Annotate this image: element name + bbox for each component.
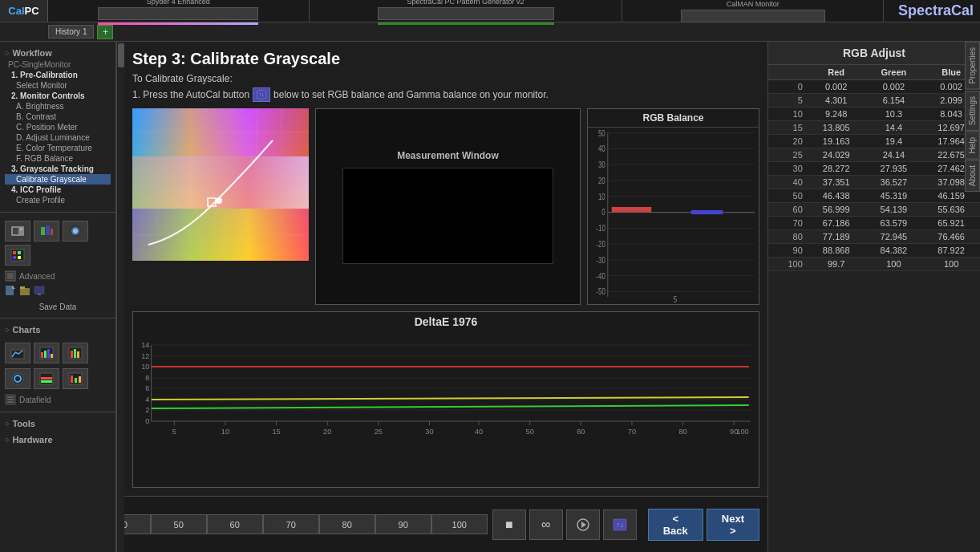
svg-rect-13 — [18, 256, 21, 259]
svg-rect-12 — [13, 256, 16, 259]
history-tab[interactable]: History 1 — [48, 25, 94, 39]
svg-line-106 — [152, 397, 749, 400]
sidebar-item-create-profile[interactable]: Create Profile — [5, 195, 111, 205]
sidebar-item-luminance[interactable]: D. Adjust Luminance — [5, 132, 111, 143]
rgb-row-blue: 87.922 — [922, 244, 980, 258]
sidebar-item-pre-cal[interactable]: 1. Pre-Calibration — [5, 70, 111, 80]
deltae-title: DeltaE 1976 — [133, 312, 759, 331]
save-data-label[interactable]: Save Data — [0, 299, 115, 315]
rgb-row-label: 60 — [768, 203, 808, 217]
side-tab-settings[interactable]: Settings — [965, 91, 980, 131]
svg-rect-18 — [20, 288, 30, 295]
app-logo: CalPC — [0, 0, 48, 22]
content-area: Step 3: Calibrate Grayscale To Calibrate… — [124, 42, 767, 552]
calman-input[interactable] — [681, 10, 825, 22]
grayscale-step-40[interactable]: 40 — [124, 514, 151, 534]
spyder-input[interactable] — [98, 7, 258, 20]
svg-text:10: 10 — [141, 363, 149, 371]
sidebar-item-contrast[interactable]: B. Contrast — [5, 112, 111, 122]
rgb-row-blue: 55.636 — [922, 203, 980, 217]
sidebar-item-calibrate-grayscale[interactable]: Calibrate Grayscale — [5, 174, 111, 185]
sidebar-chart-icon-5[interactable] — [34, 368, 59, 389]
scroll-thumb[interactable] — [118, 43, 124, 67]
sidebar-chart-icon-3[interactable] — [63, 343, 88, 363]
sidebar-item-color-temp[interactable]: E. Color Temperature — [5, 143, 111, 153]
grayscale-step-50[interactable]: 50 — [151, 514, 207, 534]
sidebar-icon-3[interactable] — [5, 245, 30, 266]
side-tab-properties[interactable]: Properties — [965, 42, 980, 90]
datafield-icon — [5, 394, 16, 405]
rgb-row-green: 19.4 — [865, 135, 923, 148]
loop-button[interactable]: ∞ — [529, 509, 563, 540]
grayscale-step-100[interactable]: 100 — [431, 514, 488, 534]
rgb-table-row: 100 99.7 100 100 — [768, 258, 980, 271]
rgb-balance-title: RGB Balance — [588, 109, 759, 128]
grayscale-step-60[interactable]: 60 — [207, 514, 263, 534]
rgb-table-row: 5 4.301 6.154 2.099 — [768, 94, 980, 108]
rgb-row-blue: 65.921 — [922, 217, 980, 230]
sidebar-chart-icon-4[interactable] — [5, 368, 30, 389]
svg-rect-24 — [41, 352, 43, 358]
play-icon — [577, 518, 589, 531]
pattern-gen-input[interactable] — [378, 7, 554, 20]
svg-text:-20: -20 — [596, 240, 605, 249]
svg-text:40: 40 — [475, 428, 483, 436]
sidebar-chart-icon-1[interactable] — [5, 343, 30, 363]
sidebar-item-brightness[interactable]: A. Brightness — [5, 101, 111, 112]
svg-text:100: 100 — [736, 428, 748, 436]
sidebar-icon-2[interactable] — [63, 221, 88, 242]
grayscale-step-70[interactable]: 70 — [263, 514, 319, 534]
history-add-button[interactable]: + — [97, 25, 113, 39]
rgb-row-label: 80 — [768, 230, 808, 244]
sidebar-item-monitor-controls[interactable]: 2. Monitor Controls — [5, 91, 111, 101]
sidebar-chart-icon-2[interactable] — [34, 343, 59, 363]
rgb-row-label: 10 — [768, 108, 808, 121]
rgb-table-row: 10 9.248 10.3 8.043 — [768, 108, 980, 121]
rgb-row-blue: 76.466 — [922, 230, 980, 244]
grayscale-step-90[interactable]: 90 — [375, 514, 431, 534]
sidebar-item-grayscale-tracking[interactable]: 3. Grayscale Tracking — [5, 164, 111, 174]
rgb-table-row: 20 19.163 19.4 17.964 — [768, 135, 980, 148]
svg-rect-38 — [71, 375, 73, 383]
sidebar-chart-icons — [0, 338, 115, 368]
grayscale-step-80[interactable]: 80 — [319, 514, 375, 534]
svg-text:50: 50 — [526, 428, 534, 436]
rgb-balance-svg: 50 40 30 20 10 0 -10 -20 -30 -40 -50 — [588, 128, 759, 303]
side-tab-help[interactable]: Help — [965, 132, 980, 160]
sidebar-item-select-monitor[interactable]: Select Monitor — [5, 80, 111, 91]
sidebar-scrollbar[interactable] — [116, 42, 124, 552]
rgb-row-red: 28.272 — [808, 162, 865, 176]
stop-button[interactable]: ■ — [492, 509, 526, 540]
sidebar-icon-1[interactable] — [34, 221, 59, 242]
measurement-window: Measurement Window — [315, 108, 581, 305]
play-button[interactable] — [566, 509, 600, 540]
sidebar-chart-icons-2 — [0, 368, 115, 394]
rgb-row-green: 63.579 — [865, 217, 923, 230]
sidebar-icons — [0, 216, 115, 270]
rgb-table-row: 40 37.351 36.527 37.098 — [768, 176, 980, 189]
side-tab-about[interactable]: About — [965, 160, 980, 192]
sidebar-item-rgb-balance[interactable]: F. RGB Balance — [5, 153, 111, 164]
svg-rect-11 — [18, 251, 21, 254]
back-button[interactable]: < Back — [648, 509, 703, 541]
monitor-icon — [34, 285, 45, 296]
sidebar-chart-icon-6[interactable] — [63, 368, 88, 389]
rgb-row-label: 25 — [768, 148, 808, 162]
rgb-adjust-table: Red Green Blue 0 0.002 0.002 0.002 5 4.3… — [768, 65, 980, 271]
rgb-table-row: 15 13.805 14.4 12.697 — [768, 121, 980, 135]
next-button[interactable]: Next > — [707, 509, 759, 541]
rgb-row-green: 0.002 — [865, 80, 923, 94]
sidebar-icon-advanced[interactable] — [5, 221, 30, 242]
autocal-button[interactable]: ↑↓ — [603, 509, 637, 540]
measurement-display — [342, 168, 553, 264]
svg-text:10: 10 — [221, 428, 229, 436]
rgb-table-row: 90 88.868 84.382 87.922 — [768, 244, 980, 258]
svg-rect-20 — [34, 286, 44, 294]
sidebar-item-icc-profile[interactable]: 4. ICC Profile — [5, 185, 111, 195]
sidebar-item-position[interactable]: C. Position Meter — [5, 122, 111, 132]
svg-rect-39 — [75, 378, 77, 383]
instruction-title: To Calibrate Grayscale: — [132, 73, 759, 84]
charts-row: Measurement Window RGB Balance 50 40 30 … — [132, 108, 759, 305]
svg-text:30: 30 — [425, 428, 433, 436]
svg-text:20: 20 — [323, 428, 331, 436]
